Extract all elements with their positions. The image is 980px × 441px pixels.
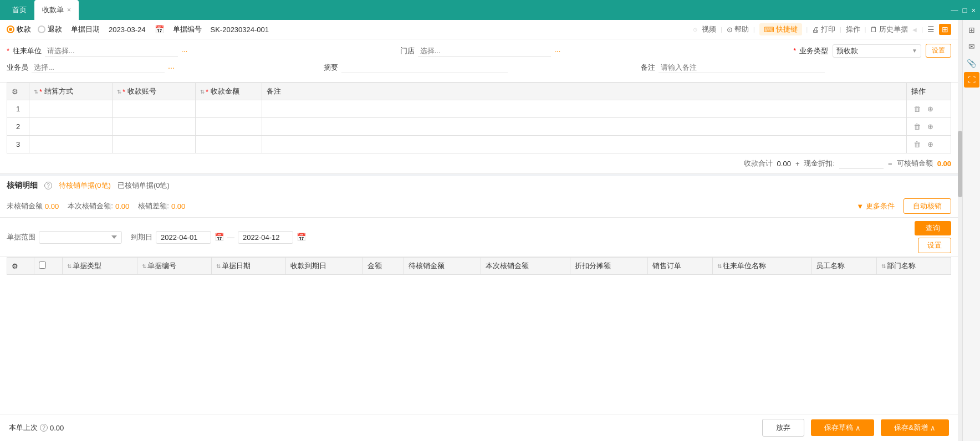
more-conditions-btn[interactable]: ▼ 更多条件 bbox=[856, 201, 895, 211]
radio-refund[interactable]: 退款 bbox=[38, 24, 62, 34]
date-calendar-icon[interactable]: 📅 bbox=[155, 25, 164, 34]
search-settings-btn[interactable]: 设置 bbox=[918, 238, 951, 253]
row-settle-1[interactable] bbox=[29, 100, 113, 118]
row-copy-3[interactable]: ⊕ bbox=[925, 139, 936, 150]
row-delete-2[interactable]: 🗑 bbox=[911, 121, 922, 132]
action-history[interactable]: 🗒 历史单据 bbox=[870, 24, 908, 34]
footer-info-icon[interactable]: ? bbox=[40, 424, 48, 432]
total-label: 收款合计 bbox=[744, 158, 773, 168]
tab-close-icon[interactable]: × bbox=[67, 6, 71, 14]
save-new-arrow-icon[interactable]: ∧ bbox=[930, 424, 936, 432]
done-tab[interactable]: 已核销单据(0笔) bbox=[118, 181, 170, 191]
due-label: 到期日 bbox=[131, 232, 152, 242]
th-doc-type: ⇅单据类型 bbox=[63, 258, 137, 275]
tab-receipt[interactable]: 收款单 × bbox=[34, 0, 79, 20]
partner-dots-btn[interactable]: ··· bbox=[181, 47, 188, 55]
action-shortcut[interactable]: ⌨ 快捷键 bbox=[759, 23, 802, 35]
biz-type-select[interactable]: 预收款 ▼ bbox=[833, 44, 921, 58]
tab-home[interactable]: 首页 bbox=[4, 0, 34, 20]
number-value: SK-20230324-001 bbox=[211, 25, 269, 34]
row-action-3: 🗑 ⊕ bbox=[907, 136, 951, 153]
filter-row: 未核销金额 0.00 本次核销金额: 0.00 核销差额: 0.00 ▼ 更多条… bbox=[0, 195, 958, 217]
row-remark-3[interactable] bbox=[262, 136, 907, 153]
receipt-type-radio: 收款 退款 bbox=[7, 24, 62, 34]
date-from-calendar-icon[interactable]: 📅 bbox=[215, 233, 224, 242]
number-label: 单据编号 bbox=[173, 24, 202, 34]
form-settings-btn[interactable]: 设置 bbox=[926, 44, 951, 58]
table-row: 3 🗑 ⊕ bbox=[7, 136, 951, 153]
radio-receipt[interactable]: 收款 bbox=[7, 24, 31, 34]
right-mail-icon[interactable]: ✉ bbox=[964, 39, 979, 54]
form-area: * 往来单位 ··· 门店 ··· * 业务类型 预收款 ▼ bbox=[0, 39, 958, 83]
staff-dots-btn[interactable]: ··· bbox=[168, 63, 175, 72]
row-action-1: 🗑 ⊕ bbox=[907, 100, 951, 118]
verification-info-icon[interactable]: ? bbox=[44, 182, 52, 189]
current-label: 本次核销金额: bbox=[68, 201, 113, 211]
row-account-3[interactable] bbox=[113, 136, 196, 153]
pending-tab[interactable]: 待核销单据(0笔) bbox=[59, 181, 111, 191]
remark-input[interactable] bbox=[659, 62, 825, 73]
row-amount-1[interactable] bbox=[196, 100, 262, 118]
maximize-icon[interactable]: □ bbox=[963, 6, 967, 14]
action-operation[interactable]: 操作 bbox=[846, 24, 860, 34]
row-copy-1[interactable]: ⊕ bbox=[925, 104, 936, 115]
th-checkbox[interactable] bbox=[34, 258, 63, 275]
range-field: 单据范围 bbox=[7, 231, 122, 244]
staff-label: 业务员 bbox=[7, 63, 28, 73]
th-bottom-gear[interactable]: ⚙ bbox=[7, 258, 34, 275]
date-to-input[interactable] bbox=[238, 231, 293, 244]
layout-icon[interactable]: ☰ bbox=[927, 25, 935, 34]
row-settle-2[interactable] bbox=[29, 118, 113, 136]
window-controls: — □ × bbox=[951, 6, 976, 14]
store-dots-btn[interactable]: ··· bbox=[554, 47, 561, 55]
select-all-checkbox[interactable] bbox=[39, 261, 46, 269]
draft-arrow-icon[interactable]: ∧ bbox=[855, 424, 861, 432]
scrollbar[interactable] bbox=[958, 20, 962, 441]
query-btn[interactable]: 查询 bbox=[915, 221, 951, 235]
row-settle-3[interactable] bbox=[29, 136, 113, 153]
row-remark-1[interactable] bbox=[262, 100, 907, 118]
abandon-btn[interactable]: 放弃 bbox=[762, 419, 804, 437]
discount-input[interactable] bbox=[839, 158, 884, 169]
staff-input[interactable] bbox=[32, 62, 165, 73]
row-delete-3[interactable]: 🗑 bbox=[911, 139, 922, 150]
due-date-field: 到期日 📅 — 📅 bbox=[131, 231, 306, 244]
range-select[interactable] bbox=[39, 231, 122, 244]
biz-type-chevron-icon: ▼ bbox=[912, 48, 917, 54]
right-table-icon[interactable]: ⊞ bbox=[964, 22, 979, 38]
toolbar-actions: ⊙ 视频 | ⊙ 帮助 | ⌨ 快捷键 | 🖨 打印 | 操作 | bbox=[693, 23, 951, 35]
th-dept-name: ⇅部门名称 bbox=[876, 258, 951, 275]
row-copy-2[interactable]: ⊕ bbox=[925, 121, 936, 132]
search-row: 单据范围 到期日 📅 — 📅 查询 设置 bbox=[0, 217, 958, 257]
bottom-table: ⚙ ⇅单据类型 ⇅单据编号 ⇅单据日期 收款到期日 金额 待核销金额 本次核销金… bbox=[7, 257, 951, 275]
action-video[interactable]: 视频 bbox=[702, 24, 716, 34]
store-input[interactable] bbox=[418, 45, 551, 57]
partner-input[interactable] bbox=[45, 45, 178, 57]
row-remark-2[interactable] bbox=[262, 118, 907, 136]
row-delete-1[interactable]: 🗑 bbox=[911, 104, 922, 115]
grid-icon[interactable]: ⊞ bbox=[939, 24, 951, 35]
summary-input[interactable] bbox=[341, 62, 508, 73]
minimize-icon[interactable]: — bbox=[951, 6, 958, 14]
discount-label: 现金折扣: bbox=[804, 158, 835, 168]
scrollbar-thumb[interactable] bbox=[958, 131, 962, 197]
row-account-2[interactable] bbox=[113, 118, 196, 136]
row-account-1[interactable] bbox=[113, 100, 196, 118]
action-help[interactable]: ⊙ 帮助 bbox=[727, 24, 749, 34]
date-from-input[interactable] bbox=[156, 231, 211, 244]
th-action: 操作 bbox=[907, 83, 951, 100]
total-value: 0.00 bbox=[777, 160, 791, 168]
action-print[interactable]: 🖨 打印 bbox=[812, 24, 835, 34]
th-gear[interactable]: ⚙ bbox=[7, 83, 29, 100]
remark-label: 备注 bbox=[641, 63, 655, 73]
draft-btn[interactable]: 保存草稿 ∧ bbox=[811, 419, 874, 436]
auto-cancel-btn[interactable]: 自动核销 bbox=[904, 198, 951, 214]
close-window-icon[interactable]: × bbox=[971, 6, 976, 14]
row-amount-2[interactable] bbox=[196, 118, 262, 136]
row-amount-3[interactable] bbox=[196, 136, 262, 153]
save-new-btn[interactable]: 保存&新增 ∧ bbox=[881, 419, 949, 436]
footer-current-value: 0.00 bbox=[50, 424, 64, 432]
right-clip-icon[interactable]: 📎 bbox=[964, 55, 979, 71]
right-expand-icon[interactable]: ⛶ bbox=[964, 72, 979, 88]
date-to-calendar-icon[interactable]: 📅 bbox=[297, 233, 306, 242]
